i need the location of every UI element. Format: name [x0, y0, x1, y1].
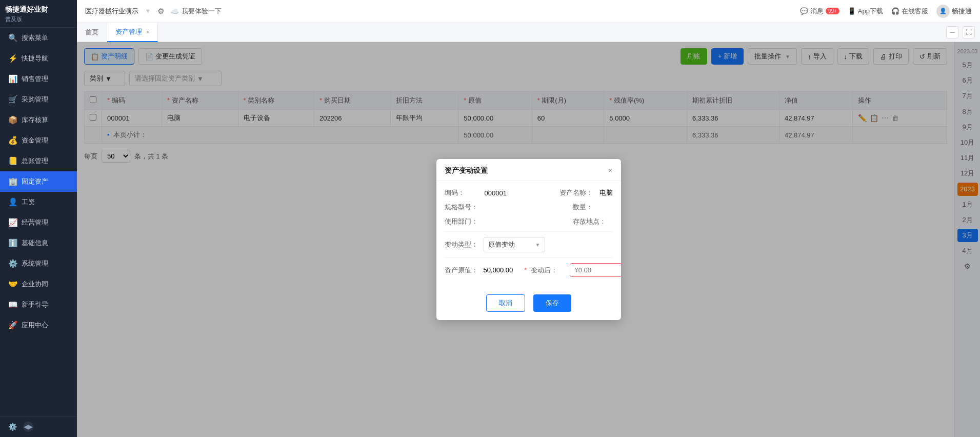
dialog-divider-2: [445, 257, 613, 258]
dialog-location-label: 存放地点：: [573, 217, 609, 226]
experience-button[interactable]: ☁️ 我要体验一下: [170, 7, 222, 16]
app-download-label: App下载: [858, 7, 883, 16]
tab-close-icon[interactable]: ×: [146, 29, 149, 35]
sidebar-item-salary[interactable]: 👤 工资: [0, 192, 77, 212]
dialog-quantity-label: 数量：: [573, 203, 609, 212]
user-label: 畅捷通: [952, 7, 972, 16]
tab-asset-management-label: 资产管理: [115, 27, 142, 36]
collapse-icon: ◀▶: [24, 423, 33, 430]
settings-icon[interactable]: ⚙️: [8, 423, 17, 431]
dialog-divider-1: [445, 231, 613, 232]
customer-service-label: 在线客服: [902, 7, 928, 16]
sidebar-label-search: 搜索菜单: [22, 33, 48, 43]
company-settings-icon[interactable]: ⚙: [157, 7, 164, 16]
dialog-row-spec-quantity: 规格型号： 数量：: [445, 203, 613, 212]
dialog-change-type-label: 变动类型：: [445, 240, 481, 249]
dialog-title: 资产变动设置: [445, 166, 488, 175]
sidebar-item-system[interactable]: ⚙️ 系统管理: [0, 253, 77, 274]
content-area: 📋 资产明细 📄 变更生成凭证 刷账 + 新增 批量操作 ▼: [77, 42, 980, 437]
dialog-field-value-row: 资产原值： 50,000.00 * 变动后：: [445, 263, 613, 277]
dialog-name-label: 资产名称：: [559, 188, 595, 197]
enterprise-icon: 🤝: [8, 280, 17, 289]
dialog-change-after-label: 变动后：: [531, 266, 567, 275]
sidebar-item-finance[interactable]: 💰 资金管理: [0, 130, 77, 151]
sidebar-label-purchase: 采购管理: [22, 95, 48, 104]
sidebar-item-basic-info[interactable]: ℹ️ 基础信息: [0, 233, 77, 253]
sidebar-item-inventory[interactable]: 📦 库存核算: [0, 110, 77, 130]
tab-minimize-button[interactable]: ─: [946, 26, 958, 38]
sidebar-item-guide[interactable]: 📖 新手引导: [0, 294, 77, 315]
top-bar: 医疗器械行业演示 ▼ ⚙ ☁️ 我要体验一下 💬 消息 99+ 📱 App下载 …: [77, 0, 980, 23]
messages-label: 消息: [810, 7, 824, 16]
search-icon: 🔍: [8, 33, 17, 43]
save-button[interactable]: 保存: [533, 294, 571, 312]
dialog-original-value-label: 资产原值：: [445, 266, 481, 275]
user-menu[interactable]: 👤 畅捷通: [936, 5, 972, 18]
dialog-name-value: 电脑: [599, 188, 613, 197]
sidebar-item-fixed-assets[interactable]: 🏢 固定资产: [0, 171, 77, 192]
sidebar-item-sales[interactable]: 📊 销售管理: [0, 69, 77, 89]
sidebar-label-ledger: 总账管理: [22, 156, 48, 166]
sidebar-item-search[interactable]: 🔍 搜索菜单: [0, 28, 77, 48]
dialog-change-after-input[interactable]: [570, 263, 621, 277]
dialog-spec-label: 规格型号：: [445, 203, 481, 212]
app-center-icon: 🚀: [8, 321, 17, 330]
dialog-change-type-select[interactable]: 原值变动 ▼: [484, 237, 545, 252]
sidebar-footer: ⚙️ ◀▶: [0, 416, 77, 437]
app-download-button[interactable]: 📱 App下载: [848, 7, 883, 16]
sidebar-item-ledger[interactable]: 📒 总账管理: [0, 151, 77, 171]
salary-icon: 👤: [8, 197, 17, 207]
required-star: *: [524, 266, 527, 274]
dialog-body: 编码： 000001 资产名称： 电脑 规格型号： 数量：: [436, 181, 621, 289]
dialog-footer: 取消 保存: [436, 289, 621, 320]
messages-button[interactable]: 💬 消息 99+: [800, 7, 839, 16]
dialog-change-type-arrow: ▼: [535, 242, 541, 248]
sidebar-label-basic-info: 基础信息: [22, 239, 48, 248]
cloud-icon: ☁️: [170, 7, 179, 15]
sidebar-label-salary: 工资: [22, 197, 35, 207]
sidebar-item-quick-nav[interactable]: ⚡ 快捷导航: [0, 48, 77, 69]
customer-service-icon: 🎧: [891, 7, 899, 15]
main-area: 医疗器械行业演示 ▼ ⚙ ☁️ 我要体验一下 💬 消息 99+ 📱 App下载 …: [77, 0, 980, 437]
app-edition: 普及版: [5, 15, 72, 23]
basic-info-icon: ℹ️: [8, 239, 17, 248]
dialog-field-change-type: 变动类型： 原值变动 ▼: [445, 237, 613, 252]
dialog-dept-label: 使用部门：: [445, 217, 481, 226]
dialog-header: 资产变动设置 ×: [436, 159, 621, 181]
dialog-original-value: 50,000.00: [484, 266, 513, 274]
dialog-close-icon[interactable]: ×: [608, 166, 612, 175]
dialog-overlay: 资产变动设置 × 编码： 000001 资产名称： 电脑 规格型号：: [77, 42, 980, 437]
dialog-row-dept-location: 使用部门： 存放地点：: [445, 217, 613, 226]
sidebar-label-app-center: 应用中心: [22, 321, 48, 330]
ledger-icon: 📒: [8, 156, 17, 166]
tab-controls: ─ ⛶: [946, 26, 980, 38]
customer-service-button[interactable]: 🎧 在线客服: [891, 7, 928, 16]
tab-asset-management[interactable]: 资产管理 ×: [107, 23, 158, 42]
sidebar-item-enterprise[interactable]: 🤝 企业协同: [0, 274, 77, 294]
sidebar-scroll: 🔍 搜索菜单 ⚡ 快捷导航 📊 销售管理 🛒 采购管理 📦 库存核算 💰 资金管…: [0, 28, 77, 416]
sales-icon: 📊: [8, 74, 17, 84]
tab-expand-button[interactable]: ⛶: [963, 26, 975, 38]
sidebar-item-operations[interactable]: 📈 经营管理: [0, 212, 77, 233]
sidebar-logo: 畅捷通好业财 普及版: [0, 0, 77, 28]
app-title: 畅捷通好业财: [5, 5, 72, 14]
tab-home[interactable]: 首页: [77, 23, 107, 42]
top-bar-right: 💬 消息 99+ 📱 App下载 🎧 在线客服 👤 畅捷通: [800, 5, 972, 18]
tab-home-label: 首页: [85, 28, 98, 37]
expand-icon: ⛶: [966, 28, 972, 36]
sidebar-label-quick-nav: 快捷导航: [22, 54, 48, 63]
dialog-row-code-name: 编码： 000001 资产名称： 电脑: [445, 188, 613, 197]
sidebar-item-app-center[interactable]: 🚀 应用中心: [0, 315, 77, 335]
quick-nav-icon: ⚡: [8, 54, 17, 63]
cancel-button[interactable]: 取消: [486, 294, 525, 312]
sidebar-item-purchase[interactable]: 🛒 采购管理: [0, 89, 77, 110]
fixed-assets-icon: 🏢: [8, 177, 17, 186]
guide-icon: 📖: [8, 300, 17, 309]
messages-icon: 💬: [800, 7, 808, 15]
dialog-code-label: 编码：: [445, 188, 481, 197]
inventory-icon: 📦: [8, 115, 17, 125]
collapse-btn[interactable]: ◀▶: [23, 422, 33, 432]
sidebar-label-sales: 销售管理: [22, 74, 48, 84]
sidebar-label-enterprise: 企业协同: [22, 280, 48, 289]
asset-change-dialog: 资产变动设置 × 编码： 000001 资产名称： 电脑 规格型号：: [436, 159, 621, 320]
